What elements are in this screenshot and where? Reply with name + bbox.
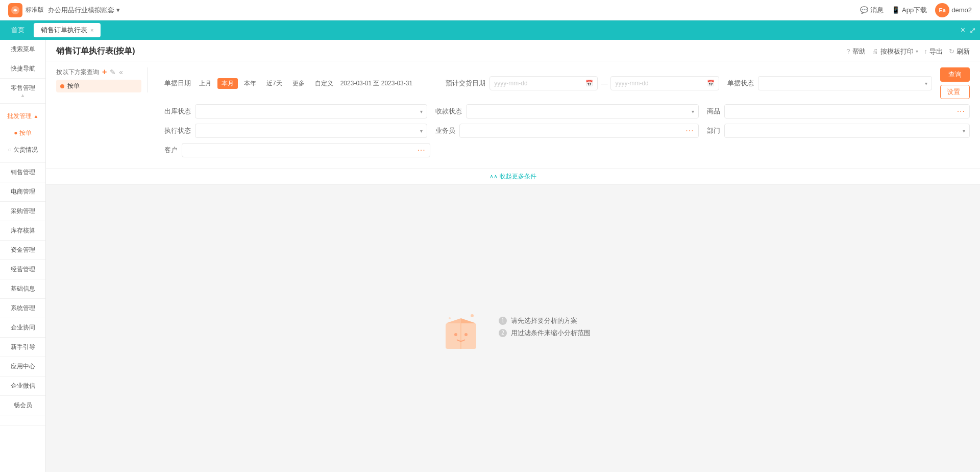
user-profile[interactable]: Ea demo2 <box>935 3 972 17</box>
svg-point-3 <box>471 314 474 317</box>
refresh-btn[interactable]: ↻ 刷新 <box>949 47 970 56</box>
sidebar-item-marketing[interactable]: 销售管理 <box>0 163 45 182</box>
filter-row-1: 单据日期 上月 本月 本年 近7天 更多 自定义 20 <box>164 67 970 99</box>
empty-tip-2: 2 用过滤条件来缩小分析范围 <box>499 328 591 338</box>
sidebar-item-finance-label: 经营管理 <box>0 265 45 274</box>
filter-field-goods: 商品 ··· <box>707 104 970 119</box>
sidebar-item-purchase[interactable]: 库存核算 <box>0 221 45 241</box>
sidebar-item-search[interactable]: 搜索菜单 <box>0 40 45 59</box>
sidebar-item-basic[interactable]: 系统管理 <box>0 299 45 318</box>
sidebar-item-sales-label: 电商管理 <box>0 187 45 196</box>
payment-status-dropdown[interactable]: ▾ <box>466 104 698 119</box>
sidebar-sub-item-press-order[interactable]: ● 按单 <box>0 125 45 141</box>
empty-state: 1 请先选择要分析的方案 2 用过滤条件来缩小分析范围 <box>46 184 980 472</box>
collapse-label: 收起更多条件 <box>500 172 536 181</box>
message-btn[interactable]: 💬 消息 <box>860 6 884 15</box>
empty-text: 1 请先选择要分析的方案 2 用过滤条件来缩小分析范围 <box>499 316 591 341</box>
empty-tip-2-text: 用过滤条件来缩小分析范围 <box>511 328 591 338</box>
sidebar-item-wechat[interactable]: 畅会员 <box>0 396 45 415</box>
scheme-collapse-btn[interactable]: « <box>119 68 123 76</box>
sidebar-item-sales[interactable]: 电商管理 <box>0 182 45 202</box>
message-label: 消息 <box>870 6 884 15</box>
scheme-item-press-order[interactable]: 按单 <box>56 80 141 92</box>
sidebar-item-operations-label: 基础信息 <box>0 285 45 293</box>
tab-sales-order[interactable]: 销售订单执行表 × <box>34 23 101 37</box>
tab-home[interactable]: 首页 <box>4 23 32 37</box>
exec-status-dropdown[interactable]: ▾ <box>195 124 427 138</box>
help-icon: ? <box>846 48 850 55</box>
sidebar-item-newbie[interactable]: 应用中心 <box>0 357 45 376</box>
filter-row-2: 出库状态 ▾ 收款状态 ▾ <box>164 104 970 119</box>
scheme-edit-btn[interactable]: ✎ <box>110 68 116 76</box>
sidebar-item-member[interactable] <box>0 415 45 426</box>
goods-dots-icon: ··· <box>957 107 965 116</box>
sidebar-item-system[interactable]: 企业协同 <box>0 318 45 338</box>
filter-field-doc-status: 单据状态 ▾ <box>727 76 932 90</box>
exec-status-label: 执行状态 <box>164 126 191 135</box>
sidebar-item-basic-label: 系统管理 <box>0 304 45 313</box>
date-tab-custom[interactable]: 自定义 <box>311 78 337 89</box>
payment-status-label: 收款状态 <box>435 107 462 116</box>
sidebar-item-enterprise[interactable]: 新手引导 <box>0 338 45 357</box>
sidebar-item-enterprise-label: 新手引导 <box>0 343 45 351</box>
salesperson-dropdown[interactable]: ··· <box>459 124 698 138</box>
print-icon: 🖨 <box>872 48 878 55</box>
sidebar-sub-item-debt[interactable]: ○ 欠货情况 <box>0 141 45 158</box>
filter-schemes-title: 按以下方案查询 + ✎ « <box>56 67 141 77</box>
export-icon: ↑ <box>924 48 928 55</box>
date-tab-last7[interactable]: 近7天 <box>262 78 286 89</box>
tab-sales-order-label: 销售订单执行表 <box>41 26 87 35</box>
app-download-btn[interactable]: 📱 App下载 <box>892 6 927 15</box>
sidebar-item-app-center-label: 企业微信 <box>0 382 45 390</box>
print-btn[interactable]: 🖨 按模板打印 ▾ <box>872 47 918 56</box>
salesperson-dots-icon: ··· <box>685 126 694 135</box>
doc-status-dropdown[interactable]: ▾ <box>758 76 932 90</box>
sidebar-item-newbie-label: 应用中心 <box>0 362 45 371</box>
filter-actions: 查询 设置 <box>940 67 970 99</box>
shipping-status-dropdown[interactable]: ▾ <box>195 104 427 119</box>
sidebar-item-inventory[interactable]: 资金管理 <box>0 241 45 260</box>
app-icon: 📱 <box>892 6 900 14</box>
breadcrumb-arrow-icon[interactable]: ▾ <box>116 6 120 14</box>
tab-maximize-icon[interactable]: ⤢ <box>969 26 976 35</box>
doc-status-chevron-icon: ▾ <box>925 81 927 86</box>
filter-field-salesperson: 业务员 ··· <box>435 124 698 138</box>
sidebar-item-retail[interactable]: 零售管理 ▲ <box>0 79 45 104</box>
date-tab-current-month[interactable]: 本月 <box>217 78 238 89</box>
goods-label: 商品 <box>707 107 720 116</box>
filter-row-4: 客户 ··· <box>164 143 970 157</box>
date-tab-more[interactable]: 更多 <box>288 78 309 89</box>
tab-close-icon[interactable]: × <box>90 27 93 33</box>
tab-close-window-icon[interactable]: × <box>961 26 965 35</box>
sidebar-item-wholesale[interactable]: 批发管理 ▲ <box>0 108 45 125</box>
message-icon: 💬 <box>860 6 868 14</box>
sidebar-item-operations[interactable]: 基础信息 <box>0 279 45 299</box>
expected-date-from[interactable]: yyyy-mm-dd 📅 <box>489 76 598 90</box>
help-btn[interactable]: ? 帮助 <box>846 47 865 56</box>
content-area: 销售订单执行表(按单) ? 帮助 🖨 按模板打印 ▾ ↑ 导出 ↻ 刷新 <box>46 40 980 472</box>
nav-tabs-right: × ⤢ <box>961 26 976 35</box>
date-tab-last-month[interactable]: 上月 <box>195 78 215 89</box>
dept-dropdown[interactable]: ▾ <box>724 124 970 138</box>
sidebar-item-ecommerce[interactable]: 采购管理 <box>0 202 45 221</box>
settings-btn[interactable]: 设置 <box>940 85 970 99</box>
doc-status-label: 单据状态 <box>727 79 754 88</box>
collapse-bar[interactable]: ∧∧ 收起更多条件 <box>46 169 980 184</box>
sidebar-item-finance[interactable]: 经营管理 <box>0 260 45 279</box>
query-btn[interactable]: 查询 <box>940 67 970 82</box>
scheme-item-label: 按单 <box>67 82 80 90</box>
scheme-title-text: 按以下方案查询 <box>56 68 99 77</box>
expected-date-input-group: yyyy-mm-dd 📅 — yyyy-mm-dd 📅 <box>489 76 719 90</box>
date-tab-current-year[interactable]: 本年 <box>240 78 260 89</box>
customer-dropdown[interactable]: ··· <box>182 143 430 157</box>
export-btn[interactable]: ↑ 导出 <box>924 47 943 56</box>
scheme-add-btn[interactable]: + <box>102 67 107 77</box>
goods-dropdown[interactable]: ··· <box>724 104 970 119</box>
filter-schemes: 按以下方案查询 + ✎ « 按单 <box>56 67 148 92</box>
sidebar-item-quick-nav[interactable]: 快捷导航 <box>0 59 45 79</box>
page-actions: ? 帮助 🖨 按模板打印 ▾ ↑ 导出 ↻ 刷新 <box>846 47 970 56</box>
salesperson-label: 业务员 <box>435 126 455 135</box>
sidebar-item-marketing-label: 销售管理 <box>0 168 45 177</box>
expected-date-to[interactable]: yyyy-mm-dd 📅 <box>610 76 719 90</box>
sidebar-item-app-center[interactable]: 企业微信 <box>0 376 45 396</box>
